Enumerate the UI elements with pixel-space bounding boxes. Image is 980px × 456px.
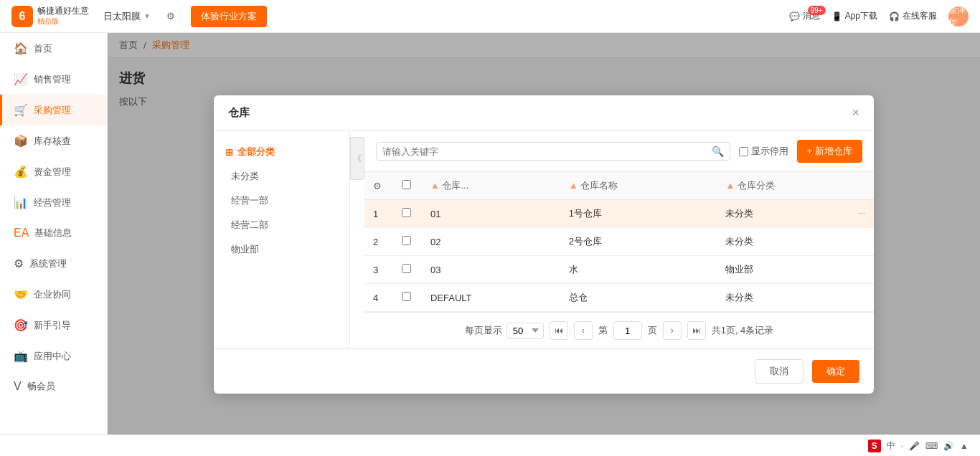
search-input[interactable]: [382, 146, 707, 157]
col-checkbox: [393, 172, 422, 200]
sidebar-item-enterprise[interactable]: 🤝 企业协同: [0, 279, 107, 310]
next-page-button[interactable]: ›: [663, 321, 682, 340]
user-area[interactable]: 徐泽华: [948, 6, 969, 27]
table-body: 1 01 1号仓库 未分类 ···: [364, 200, 874, 312]
sidebar-finance-label: 资金管理: [34, 166, 71, 179]
sidebar-item-info[interactable]: EA 基础信息: [0, 218, 107, 248]
message-icon: 💬: [789, 11, 800, 22]
row-code: 01: [422, 200, 560, 228]
modal-header: 仓库 ×: [214, 95, 874, 131]
guide-icon: 🎯: [14, 318, 28, 332]
sidebar-member-label: 畅会员: [27, 380, 55, 393]
category-property[interactable]: 物业部: [214, 237, 349, 262]
sort-icon-name: ▲: [569, 180, 578, 191]
first-page-button[interactable]: ⏮: [550, 321, 568, 340]
page-size-wrap: 每页显示 50 100 200: [465, 323, 544, 339]
row-num: 3: [364, 256, 393, 284]
top-header: 6 畅捷通好生意 精品版 日太阳膜 ▼ ⚙ 体验行业方案 💬 消息 99+ 📱 …: [0, 0, 980, 33]
search-icon[interactable]: 🔍: [712, 146, 724, 157]
table-row[interactable]: 4 DEFAULT 总仓 未分类: [364, 284, 874, 312]
row-checkbox[interactable]: [402, 208, 411, 217]
warehouse-modal: 仓库 × ⊞ 全部分类 未分类 经营一部 经营二部 物业部: [214, 95, 874, 394]
sidebar-business-label: 经营管理: [34, 196, 71, 209]
system-icon: ⚙: [14, 257, 24, 270]
headset-icon: 🎧: [889, 11, 900, 22]
sidebar-item-finance[interactable]: 💰 资金管理: [0, 156, 107, 187]
row-checkbox-cell: [393, 228, 422, 256]
enterprise-icon: 🤝: [14, 288, 28, 301]
category-ops1[interactable]: 经营一部: [214, 189, 349, 213]
sidebar-home-label: 首页: [34, 42, 52, 55]
sidebar-item-member[interactable]: V 畅会员: [0, 371, 107, 402]
info-icon: EA: [14, 227, 29, 239]
row-checkbox[interactable]: [402, 292, 411, 301]
modal-title: 仓库: [228, 106, 250, 120]
store-name: 日太阳膜: [103, 10, 141, 23]
per-page-select[interactable]: 50 100 200: [507, 323, 544, 339]
confirm-button[interactable]: 确定: [812, 360, 859, 383]
sales-icon: 📈: [14, 72, 28, 86]
col-code: ▲ 仓库...: [422, 172, 560, 200]
settings-button[interactable]: ⚙: [159, 5, 182, 28]
category-panel: ⊞ 全部分类 未分类 经营一部 经营二部 物业部: [214, 131, 350, 348]
last-page-button[interactable]: ⏭: [687, 321, 706, 340]
store-dropdown-icon: ▼: [143, 12, 151, 20]
row-name: 2号仓库: [560, 228, 717, 256]
sidebar-item-business[interactable]: 📊 经营管理: [0, 187, 107, 218]
sidebar-item-guide[interactable]: 🎯 新手引导: [0, 310, 107, 341]
table-row[interactable]: 2 02 2号仓库 未分类: [364, 228, 874, 256]
row-checkbox[interactable]: [402, 236, 411, 245]
category-unclassified[interactable]: 未分类: [214, 164, 349, 189]
add-warehouse-button[interactable]: + 新增仓库: [797, 140, 862, 163]
sidebar-guide-label: 新手引导: [34, 319, 71, 332]
business-icon: 📊: [14, 196, 28, 209]
trial-button[interactable]: 体验行业方案: [191, 6, 267, 27]
header-right: 💬 消息 99+ 📱 App下载 🎧 在线客服 徐泽华: [789, 6, 969, 27]
table-scroll-area: ⚙ ▲ 仓库...: [364, 172, 874, 312]
finance-icon: 💰: [14, 165, 28, 179]
sidebar-item-home[interactable]: 🏠 首页: [0, 33, 107, 64]
gear-icon[interactable]: ⚙: [373, 181, 382, 191]
sidebar-item-purchase[interactable]: 🛒 采购管理: [0, 95, 107, 125]
app-sub: 精品版: [37, 16, 89, 27]
show-disabled-checkbox[interactable]: [739, 147, 748, 156]
prev-page-button[interactable]: ‹: [574, 321, 593, 340]
row-num: 1: [364, 200, 393, 228]
member-icon: V: [14, 380, 22, 393]
logo-area: 6 畅捷通好生意 精品版: [11, 6, 89, 27]
category-ops2[interactable]: 经营二部: [214, 213, 349, 237]
row-checkbox[interactable]: [402, 264, 411, 273]
row-code: DEFAULT: [422, 284, 560, 312]
more-actions-button[interactable]: ···: [857, 207, 865, 218]
sidebar-item-apps[interactable]: 📺 应用中心: [0, 341, 107, 371]
page-number-input[interactable]: [613, 321, 642, 340]
select-all-checkbox[interactable]: [402, 180, 411, 189]
purchase-icon: 🛒: [14, 103, 28, 117]
grid-icon: ⊞: [225, 147, 233, 158]
modal-close-button[interactable]: ×: [852, 105, 859, 120]
modal-overlay: 仓库 × ⊞ 全部分类 未分类 经营一部 经营二部 物业部: [108, 33, 980, 456]
table-row[interactable]: 3 03 水 物业部: [364, 256, 874, 284]
col-category: ▲ 仓库分类: [717, 172, 874, 200]
status-speaker-icon: 🔊: [943, 441, 954, 451]
row-code: 03: [422, 256, 560, 284]
row-checkbox-cell: [393, 256, 422, 284]
modal-footer: 取消 确定: [214, 348, 874, 394]
username-text: 徐泽华: [948, 4, 969, 29]
collapse-panel-button[interactable]: 《: [350, 137, 364, 180]
messages-button[interactable]: 💬 消息 99+: [789, 10, 820, 22]
app-download-button[interactable]: 📱 App下载: [831, 10, 877, 22]
status-s-icon: S: [868, 440, 881, 452]
main-content: 首页 / 采购管理 进货 按以下 仓库 ×: [108, 33, 980, 456]
all-categories[interactable]: ⊞ 全部分类: [214, 140, 349, 164]
cancel-button[interactable]: 取消: [755, 359, 804, 384]
col-settings: ⚙: [364, 172, 393, 200]
online-service-button[interactable]: 🎧 在线客服: [889, 10, 937, 22]
sidebar-item-inventory[interactable]: 📦 库存核查: [0, 125, 107, 156]
store-selector[interactable]: 日太阳膜 ▼: [103, 10, 151, 23]
table-row[interactable]: 1 01 1号仓库 未分类 ···: [364, 200, 874, 228]
sidebar-item-system[interactable]: ⚙ 系统管理: [0, 248, 107, 279]
table-header: ⚙ ▲ 仓库...: [364, 172, 874, 200]
status-keyboard-icon: ⌨: [925, 441, 938, 451]
sidebar-item-sales[interactable]: 📈 销售管理: [0, 64, 107, 95]
